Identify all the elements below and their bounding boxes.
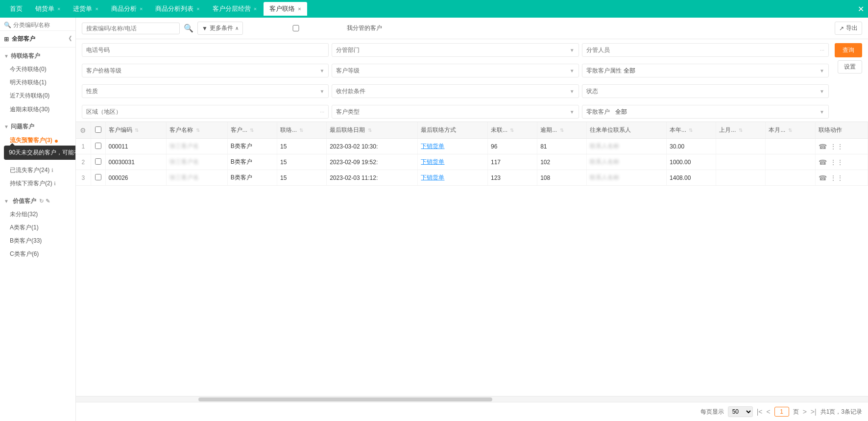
filter-dept-input[interactable]: [365, 47, 567, 53]
next-page-button[interactable]: >: [803, 408, 807, 416]
first-page-button[interactable]: |<: [757, 408, 763, 416]
tab-product-analysis-close[interactable]: ×: [140, 6, 143, 12]
code-sort-icon[interactable]: ⇅: [135, 127, 139, 133]
tab-purchase-close[interactable]: ×: [95, 6, 98, 12]
filter-phone-input[interactable]: [115, 47, 324, 53]
row-method-link[interactable]: 下销货单: [421, 143, 444, 149]
row-checkbox[interactable]: [95, 158, 101, 165]
action-icons-group: ☎ ⋮⋮: [819, 143, 865, 150]
sidebar-item-overdue-pending[interactable]: 逾期未联络(30): [0, 103, 75, 116]
tab-customer-tier-close[interactable]: ×: [254, 6, 257, 12]
export-icon: ↗: [839, 25, 844, 32]
filter-person-more-icon[interactable]: ···: [820, 47, 824, 53]
my-customers-filter[interactable]: 我分管的客户: [247, 24, 382, 32]
row-checkbox[interactable]: [95, 143, 101, 149]
action-contact-icon[interactable]: ☎: [819, 158, 827, 166]
sidebar-item-class-c[interactable]: C类客户(6): [0, 248, 75, 261]
select-all-checkbox[interactable]: [95, 126, 101, 133]
sidebar-item-declining[interactable]: 持续下滑客户(2) ℹ: [0, 177, 75, 190]
column-settings-icon[interactable]: ⚙: [80, 126, 86, 134]
tab-product-list[interactable]: 商品分析列表 ×: [149, 2, 205, 16]
sidebar-item-already-lost[interactable]: 已流失客户(24) ℹ: [0, 164, 75, 177]
action-more-icon[interactable]: ⋮⋮: [830, 174, 844, 182]
filter-customer-type-input[interactable]: [365, 108, 567, 115]
sidebar-group-value-title[interactable]: ▼ 价值客户 ↻ ✎: [0, 195, 75, 208]
prev-page-button[interactable]: <: [766, 408, 770, 416]
contacts-sort-icon[interactable]: ⇅: [299, 127, 303, 133]
type-sort-icon[interactable]: ⇅: [250, 127, 254, 133]
page-size-select[interactable]: 50 10 20 100: [728, 406, 753, 417]
row-method-link[interactable]: 下销货单: [421, 158, 444, 165]
search-button[interactable]: 🔍: [184, 24, 193, 33]
current-page-number[interactable]: 1: [774, 407, 789, 417]
tab-customer-contact[interactable]: 客户联络 ×: [264, 2, 307, 16]
filter-dept-dropdown-icon[interactable]: ▼: [570, 48, 575, 53]
search-input[interactable]: [82, 23, 180, 34]
sidebar-item-tomorrow-pending[interactable]: 明天待联络(1): [0, 76, 75, 89]
filter-nature-input[interactable]: [115, 88, 317, 95]
tab-product-analysis[interactable]: 商品分析 ×: [105, 2, 148, 16]
my-customers-checkbox[interactable]: [247, 25, 345, 31]
tab-customer-tier[interactable]: 客户分层经营 ×: [207, 2, 263, 16]
filter-more-button[interactable]: ▼ 更多条件 ∧: [197, 22, 243, 35]
row-method-link[interactable]: 下销货单: [421, 174, 444, 181]
sidebar-search-input[interactable]: [13, 22, 72, 28]
scrollbar-thumb[interactable]: [198, 397, 492, 401]
overdue-sort-icon[interactable]: ⇅: [560, 127, 564, 133]
tab-sales[interactable]: 销货单 ×: [29, 2, 66, 16]
filter-status-input[interactable]: [615, 88, 818, 95]
th-contacts: 联络... ⇅: [277, 122, 327, 139]
tab-product-list-close[interactable]: ×: [196, 6, 199, 12]
sidebar-item-class-b[interactable]: B类客户(33): [0, 234, 75, 248]
filter-price-grade-arrow[interactable]: ▼: [319, 68, 324, 74]
year-sort-icon[interactable]: ⇅: [689, 127, 693, 133]
filter-person-input[interactable]: [615, 47, 820, 53]
filter-nature-arrow[interactable]: ▼: [319, 89, 324, 94]
filter-payment-arrow[interactable]: ▼: [570, 89, 575, 94]
page-size-label: 每页显示: [700, 408, 724, 416]
unlisted-sort-icon[interactable]: ⇅: [510, 127, 514, 133]
sidebar-all-customers[interactable]: ⊞ 全部客户 《: [0, 31, 75, 48]
row-checkbox[interactable]: [95, 174, 101, 180]
export-button[interactable]: ↗ 导出: [835, 22, 862, 35]
horizontal-scrollbar[interactable]: [76, 396, 868, 402]
sidebar-item-class-a[interactable]: A类客户(1): [0, 221, 75, 234]
filter-price-grade-input[interactable]: [123, 67, 317, 74]
customer-table: ⚙ 客户编码 ⇅ 客户名称 ⇅ 客户... ⇅ 联络... ⇅ 最后联络日期 ⇅…: [76, 122, 868, 186]
tab-sales-close[interactable]: ×: [57, 6, 60, 12]
tab-purchase[interactable]: 进货单 ×: [67, 2, 104, 16]
filter-scattered-customer-arrow[interactable]: ▼: [820, 109, 824, 115]
settings-button[interactable]: 设置: [838, 60, 862, 74]
last-date-sort-icon[interactable]: ⇅: [368, 127, 372, 133]
filter-region-input[interactable]: [123, 108, 320, 115]
filter-region-more-icon[interactable]: ···: [320, 109, 324, 115]
sidebar-group-pending-title[interactable]: ▼ 待联络客户: [0, 50, 75, 63]
action-more-icon[interactable]: ⋮⋮: [830, 158, 844, 166]
sidebar-collapse-icon[interactable]: 《: [66, 35, 72, 43]
toolbar: 🔍 ▼ 更多条件 ∧ 我分管的客户 ↗ 导出: [76, 18, 868, 39]
action-contact-icon[interactable]: ☎: [819, 174, 827, 182]
name-sort-icon[interactable]: ⇅: [196, 127, 200, 133]
last-month-sort-icon[interactable]: ⇅: [739, 127, 743, 133]
row-type: B类客户: [227, 170, 277, 186]
tab-home[interactable]: 首页: [4, 2, 28, 16]
filter-customer-grade-arrow[interactable]: ▼: [570, 68, 575, 74]
action-more-icon[interactable]: ⋮⋮: [830, 143, 844, 150]
query-button[interactable]: 查询: [835, 43, 862, 57]
window-close-button[interactable]: ✕: [858, 4, 864, 14]
this-month-sort-icon[interactable]: ⇅: [788, 127, 792, 133]
filter-customer-type-arrow[interactable]: ▼: [570, 109, 575, 115]
value-refresh-icon[interactable]: ↻: [39, 198, 44, 204]
filter-payment-input[interactable]: [367, 88, 567, 95]
filter-status-arrow[interactable]: ▼: [820, 89, 824, 94]
tab-customer-contact-close[interactable]: ×: [298, 6, 301, 12]
sidebar-item-today-pending[interactable]: 今天待联络(0): [0, 63, 75, 76]
value-edit-icon[interactable]: ✎: [46, 198, 50, 204]
filter-scattered-attr-arrow[interactable]: ▼: [820, 68, 824, 74]
filter-customer-grade-input[interactable]: [365, 67, 567, 74]
sidebar-item-week-pending[interactable]: 近7天待联络(0): [0, 89, 75, 102]
action-contact-icon[interactable]: ☎: [819, 143, 827, 150]
last-page-button[interactable]: >|: [811, 408, 817, 416]
sidebar-group-problem-title[interactable]: ▼ 问题客户: [0, 120, 75, 133]
sidebar-item-ungrouped[interactable]: 未分组(32): [0, 208, 75, 221]
